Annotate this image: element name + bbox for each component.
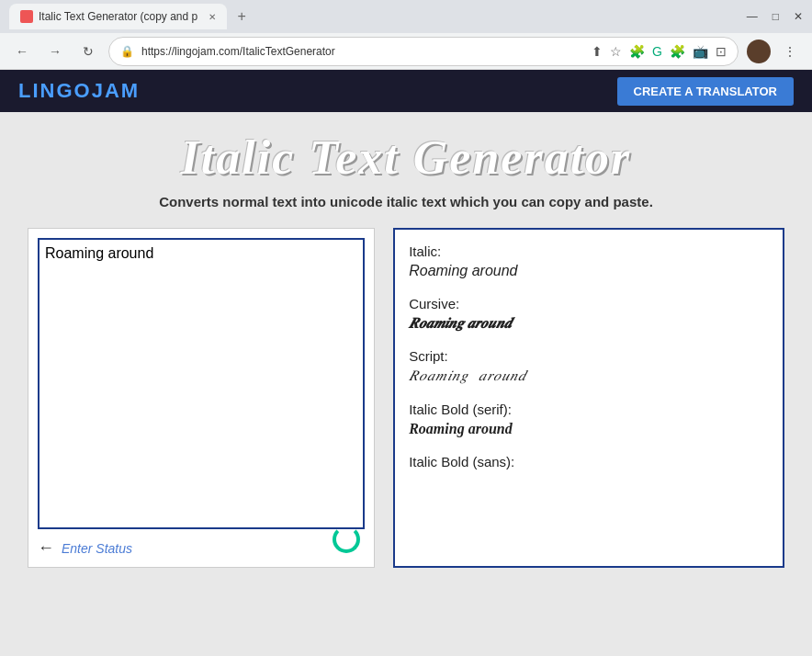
active-tab[interactable]: Italic Text Generator (copy and p ✕ [9,4,227,29]
forward-button[interactable]: → [42,39,68,64]
tab-area: Italic Text Generator (copy and p ✕ + [9,4,253,29]
grammarly-icon[interactable]: G [652,44,662,59]
toolbar-icons: ⋮ [746,39,803,64]
logo-jam: JAM [92,79,140,102]
bookmark-icon[interactable]: ☆ [610,44,622,59]
enter-status-label: Enter Status [62,541,132,556]
title-bar: Italic Text Generator (copy and p ✕ + — … [0,0,812,33]
minimize-button[interactable]: — [747,10,758,23]
output-section-italic-bold-sans: Italic Bold (sans): [409,454,769,469]
share-icon[interactable]: ⬆ [592,44,603,59]
tab-close-btn[interactable]: ✕ [209,12,216,22]
cursive-text[interactable]: 𝑹𝒐𝒂𝒎𝒊𝒏𝒈 𝒂𝒓𝒐𝒖𝒏𝒅 [409,315,769,332]
url-text: https://lingojam.com/ItalicTextGenerator [141,45,584,58]
script-label: Script: [409,348,769,364]
output-section-cursive: Cursive: 𝑹𝒐𝒂𝒎𝒊𝒏𝒈 𝒂𝒓𝒐𝒖𝒏𝒅 [409,296,769,332]
page-content: Italic Text Generator Converts normal te… [0,112,812,645]
refresh-button[interactable]: ↻ [75,39,101,64]
input-textarea[interactable]: Roaming around [38,238,365,529]
new-tab-button[interactable]: + [231,6,253,28]
cast-icon[interactable]: 📺 [693,44,708,59]
script-text[interactable]: 𝑅𝑜𝑎𝑚𝑖𝑛𝑔 𝑎𝑟𝑜𝑢𝑛𝑑 [409,368,769,385]
italic-bold-sans-label: Italic Bold (sans): [409,454,769,469]
close-window-button[interactable]: ✕ [794,10,803,23]
browser-chrome: Italic Text Generator (copy and p ✕ + — … [0,0,812,70]
back-button[interactable]: ← [9,39,35,64]
arrow-icon: ← [38,538,54,558]
italic-bold-serif-text[interactable]: Roaming around [409,421,769,437]
loading-spinner [333,526,360,553]
italic-text[interactable]: Roaming around [409,263,769,279]
lingojam-logo: LINGOJAM [18,79,140,103]
arrow-hint: ← Enter Status [38,538,365,558]
nav-bar: ← → ↻ 🔒 https://lingojam.com/ItalicTextG… [0,33,812,70]
extension-icon[interactable]: 🧩 [629,44,645,59]
window-controls: — □ ✕ [747,10,803,23]
create-translator-button[interactable]: CREATE A TRANSLATOR [617,77,794,106]
tab-favicon [20,10,33,23]
lock-icon: 🔒 [120,45,134,58]
menu-button[interactable]: ⋮ [777,39,803,64]
output-section-italic: Italic: Roaming around [409,243,769,279]
page-title: Italic Text Generator [28,130,784,185]
address-icons: ⬆ ☆ 🧩 G 🧩 📺 ⊡ [592,44,727,59]
split-icon[interactable]: ⊡ [716,44,727,59]
profile-avatar [747,40,771,63]
italic-bold-serif-label: Italic Bold (serif): [409,402,769,417]
page-subtitle: Converts normal text into unicode italic… [28,194,784,209]
spinner-area [333,526,360,553]
output-section-italic-bold-serif: Italic Bold (serif): Roaming around [409,402,769,437]
italic-label: Italic: [409,243,769,259]
cursive-label: Cursive: [409,296,769,311]
output-panel: Italic: Roaming around Cursive: 𝑹𝒐𝒂𝒎𝒊𝒏𝒈 … [393,228,784,568]
profile-button[interactable] [746,39,772,64]
puzzle-icon[interactable]: 🧩 [670,44,685,59]
maximize-button[interactable]: □ [773,10,779,23]
site-header: LINGOJAM CREATE A TRANSLATOR [0,70,812,112]
address-bar[interactable]: 🔒 https://lingojam.com/ItalicTextGenerat… [108,37,739,66]
output-section-script: Script: 𝑅𝑜𝑎𝑚𝑖𝑛𝑔 𝑎𝑟𝑜𝑢𝑛𝑑 [409,348,769,385]
page-title-area: Italic Text Generator Converts normal te… [28,130,784,209]
tab-title: Italic Text Generator (copy and p [39,10,197,23]
input-panel: Roaming around ← Enter Status [28,228,375,568]
logo-lingo: LINGO [18,79,92,102]
panels: Roaming around ← Enter Status Italic: Ro… [28,228,784,568]
